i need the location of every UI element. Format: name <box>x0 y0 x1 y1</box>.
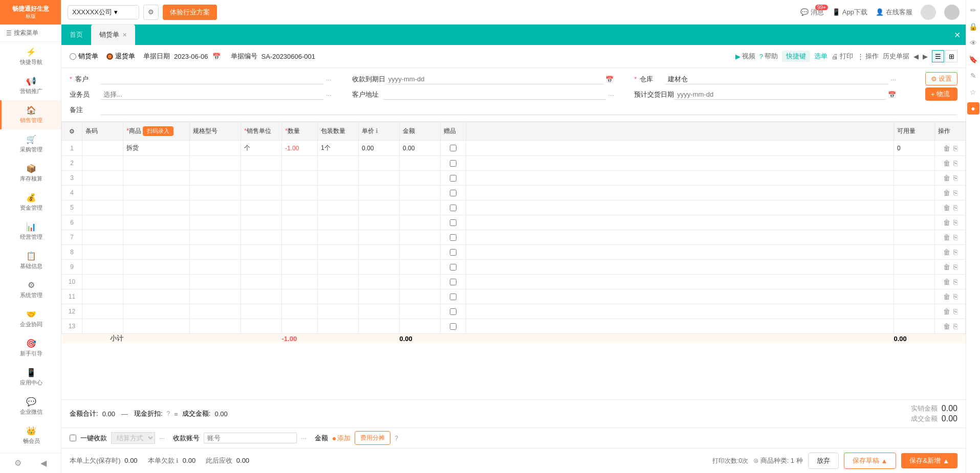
gift-checkbox[interactable] <box>450 294 456 300</box>
delete-row-icon[interactable]: 🗑 <box>943 248 950 256</box>
row-pack-qty[interactable] <box>318 200 359 215</box>
row-spec[interactable] <box>190 319 241 334</box>
delete-row-icon[interactable]: 🗑 <box>943 307 950 316</box>
message-btn[interactable]: 💬 消息 99+ <box>800 8 824 17</box>
row-amount[interactable] <box>400 186 441 200</box>
right-pencil-icon[interactable]: ✎ <box>967 70 979 82</box>
copy-row-icon[interactable]: ⎘ <box>953 159 957 167</box>
row-product[interactable] <box>123 215 190 230</box>
row-pack-qty[interactable] <box>318 289 359 304</box>
row-spec[interactable] <box>190 171 241 186</box>
row-spec[interactable] <box>190 186 241 200</box>
row-price[interactable] <box>359 156 400 171</box>
row-unit[interactable] <box>241 319 282 334</box>
row-price[interactable] <box>359 186 400 200</box>
row-spec[interactable] <box>190 215 241 230</box>
row-pack-qty[interactable] <box>318 275 359 289</box>
copy-row-icon[interactable]: ⎘ <box>953 278 957 286</box>
sidebar-item-sales[interactable]: 🏠 销售管理 <box>0 100 61 129</box>
row-amount[interactable] <box>400 200 441 215</box>
radio-sales-order[interactable]: 销货单 <box>70 52 98 61</box>
row-product[interactable] <box>123 230 190 245</box>
row-barcode[interactable] <box>82 186 123 200</box>
app-download-btn[interactable]: 📱 App下载 <box>832 8 867 17</box>
tab-close-icon[interactable]: ✕ <box>122 32 127 38</box>
row-qty[interactable] <box>282 275 318 289</box>
row-qty[interactable] <box>282 260 318 275</box>
row-qty[interactable] <box>282 186 318 200</box>
salesperson-dots[interactable]: ··· <box>326 91 332 99</box>
abandon-btn[interactable]: 放弃 <box>808 453 839 469</box>
right-orange-icon[interactable]: ● <box>967 102 979 115</box>
select-btn[interactable]: 选单 <box>814 52 827 61</box>
delete-row-icon[interactable]: 🗑 <box>943 263 950 271</box>
sidebar-item-base[interactable]: 📋 基础信息 <box>0 246 61 275</box>
row-amount[interactable] <box>400 215 441 230</box>
row-spec[interactable] <box>190 245 241 260</box>
delete-row-icon[interactable]: 🗑 <box>943 292 950 301</box>
row-price[interactable]: 0.00 <box>359 141 400 156</box>
row-barcode[interactable] <box>82 275 123 289</box>
row-price[interactable] <box>359 319 400 334</box>
row-product[interactable] <box>123 260 190 275</box>
row-product[interactable] <box>123 289 190 304</box>
setup-btn[interactable]: ⚙ 设置 <box>925 72 957 85</box>
payment-due-input[interactable] <box>385 74 604 84</box>
row-pack-qty[interactable] <box>318 171 359 186</box>
copy-row-icon[interactable]: ⎘ <box>953 263 957 271</box>
row-product[interactable]: 拆货 <box>123 141 190 156</box>
sidebar-item-inventory[interactable]: 📦 库存核算 <box>0 159 61 188</box>
gift-checkbox[interactable] <box>450 249 456 256</box>
settings-button[interactable]: ⚙ <box>143 5 159 20</box>
row-spec[interactable] <box>190 156 241 171</box>
row-product[interactable] <box>123 319 190 334</box>
row-price[interactable] <box>359 260 400 275</box>
row-amount[interactable] <box>400 260 441 275</box>
row-price[interactable] <box>359 275 400 289</box>
gift-checkbox[interactable] <box>450 234 456 241</box>
row-price[interactable] <box>359 304 400 319</box>
gift-checkbox[interactable] <box>450 190 456 196</box>
row-product[interactable] <box>123 186 190 200</box>
print-btn[interactable]: 🖨打印 <box>832 52 853 61</box>
row-price[interactable] <box>359 171 400 186</box>
save-new-btn[interactable]: 保存&新增 ▲ <box>901 453 957 468</box>
bank-account-input[interactable] <box>204 433 297 443</box>
sidebar-item-collab[interactable]: 🤝 企业协同 <box>0 304 61 333</box>
row-qty[interactable] <box>282 289 318 304</box>
row-unit[interactable] <box>241 215 282 230</box>
row-barcode[interactable] <box>82 171 123 186</box>
gift-checkbox[interactable] <box>450 219 456 226</box>
sidebar-item-appstore[interactable]: 📱 应用中心 <box>0 363 61 392</box>
expense-split-btn[interactable]: 费用分摊 <box>355 431 390 445</box>
row-amount[interactable] <box>400 171 441 186</box>
row-pack-qty[interactable] <box>318 304 359 319</box>
tab-sales-order[interactable]: 销货单 ✕ <box>91 25 135 45</box>
row-amount[interactable]: 0.00 <box>400 141 441 156</box>
nav-next-icon[interactable]: ▶ <box>923 53 928 60</box>
row-unit[interactable] <box>241 230 282 245</box>
row-spec[interactable] <box>190 275 241 289</box>
right-lock-icon[interactable]: 🔒 <box>967 20 979 33</box>
settings-bottom-icon[interactable]: ⚙ <box>14 458 21 468</box>
experience-btn[interactable]: 体验行业方案 <box>163 5 217 20</box>
sidebar-item-guide[interactable]: 🎯 新手引导 <box>0 333 61 363</box>
user-avatar2[interactable] <box>944 5 960 20</box>
row-price[interactable] <box>359 245 400 260</box>
sidebar-item-wechat[interactable]: 💬 企业微信 <box>0 392 61 421</box>
layout-list-btn[interactable]: ☰ <box>932 50 944 62</box>
salesperson-input[interactable] <box>100 89 324 100</box>
row-unit[interactable] <box>241 186 282 200</box>
row-barcode[interactable] <box>82 156 123 171</box>
row-barcode[interactable] <box>82 260 123 275</box>
row-price[interactable] <box>359 215 400 230</box>
delivery-date-calendar-icon[interactable]: 📅 <box>888 91 896 99</box>
row-unit[interactable] <box>241 289 282 304</box>
sidebar-item-purchase[interactable]: 🛒 采购管理 <box>0 129 61 159</box>
sidebar-item-marketing[interactable]: 📢 营销推广 <box>0 71 61 100</box>
layout-grid-btn[interactable]: ⊞ <box>945 50 957 62</box>
row-unit[interactable] <box>241 171 282 186</box>
payment-due-calendar-icon[interactable]: 📅 <box>605 76 614 83</box>
sidebar-item-system[interactable]: ⚙ 系统管理 <box>0 275 61 304</box>
row-amount[interactable] <box>400 289 441 304</box>
